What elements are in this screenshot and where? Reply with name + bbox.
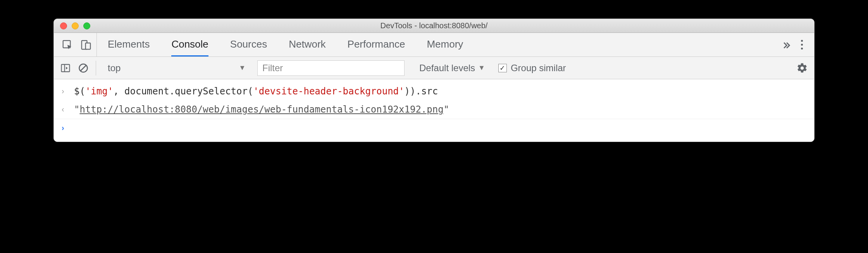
tab-console[interactable]: Console bbox=[171, 33, 208, 56]
chevron-down-icon: ▼ bbox=[239, 64, 246, 72]
group-similar-toggle[interactable]: ✓ Group similar bbox=[498, 63, 566, 74]
tab-sources[interactable]: Sources bbox=[230, 33, 267, 56]
context-selector[interactable]: top ▼ bbox=[103, 63, 250, 74]
window-controls bbox=[54, 22, 90, 29]
checkbox-icon: ✓ bbox=[498, 64, 507, 72]
output-url[interactable]: http://localhost:8080/web/images/web-fun… bbox=[79, 104, 443, 115]
console-toolbar: top ▼ Default levels ▼ ✓ Group similar bbox=[54, 57, 814, 79]
console-prompt-input[interactable] bbox=[74, 120, 79, 137]
tab-memory[interactable]: Memory bbox=[427, 33, 463, 56]
filter-input[interactable] bbox=[257, 60, 405, 76]
console-output-row: ‹ "http://localhost:8080/web/images/web-… bbox=[54, 101, 814, 119]
tabbar: Elements Console Sources Network Perform… bbox=[54, 33, 814, 57]
tab-network[interactable]: Network bbox=[289, 33, 326, 56]
titlebar: DevTools - localhost:8080/web/ bbox=[54, 19, 814, 33]
console-output-text: "http://localhost:8080/web/images/web-fu… bbox=[74, 101, 449, 118]
separator bbox=[96, 61, 96, 75]
close-icon[interactable] bbox=[60, 22, 67, 29]
chevron-down-icon: ▼ bbox=[478, 64, 485, 72]
context-label: top bbox=[108, 63, 121, 74]
group-similar-label: Group similar bbox=[511, 63, 566, 74]
toolbar-left bbox=[59, 33, 97, 56]
maximize-icon[interactable] bbox=[83, 22, 90, 29]
tab-elements[interactable]: Elements bbox=[108, 33, 150, 56]
window-title: DevTools - localhost:8080/web/ bbox=[54, 21, 814, 30]
prompt-icon: › bbox=[62, 83, 69, 99]
prompt-icon: › bbox=[62, 120, 69, 135]
settings-icon[interactable] bbox=[796, 62, 808, 74]
console-input-code[interactable]: $('img', document.querySelector('devsite… bbox=[74, 83, 438, 100]
tab-performance[interactable]: Performance bbox=[348, 33, 405, 56]
svg-rect-3 bbox=[62, 64, 70, 72]
clear-console-icon[interactable] bbox=[78, 63, 89, 74]
more-tabs-icon[interactable] bbox=[778, 33, 794, 56]
console-input-row: › $('img', document.querySelector('devsi… bbox=[54, 82, 814, 101]
tabs: Elements Console Sources Network Perform… bbox=[108, 33, 778, 56]
sidebar-toggle-icon[interactable] bbox=[60, 63, 71, 74]
device-toggle-icon[interactable] bbox=[80, 39, 92, 51]
svg-line-6 bbox=[81, 65, 86, 71]
levels-label: Default levels bbox=[419, 63, 475, 74]
svg-rect-2 bbox=[86, 43, 91, 49]
minimize-icon[interactable] bbox=[72, 22, 79, 29]
menu-icon[interactable] bbox=[794, 33, 809, 56]
devtools-window: DevTools - localhost:8080/web/ Elements … bbox=[53, 19, 815, 142]
console-prompt-row[interactable]: › bbox=[54, 119, 814, 137]
log-levels-selector[interactable]: Default levels ▼ bbox=[419, 63, 485, 74]
console-output: › $('img', document.querySelector('devsi… bbox=[54, 79, 814, 142]
output-icon: ‹ bbox=[62, 101, 69, 117]
inspect-icon[interactable] bbox=[62, 39, 73, 51]
